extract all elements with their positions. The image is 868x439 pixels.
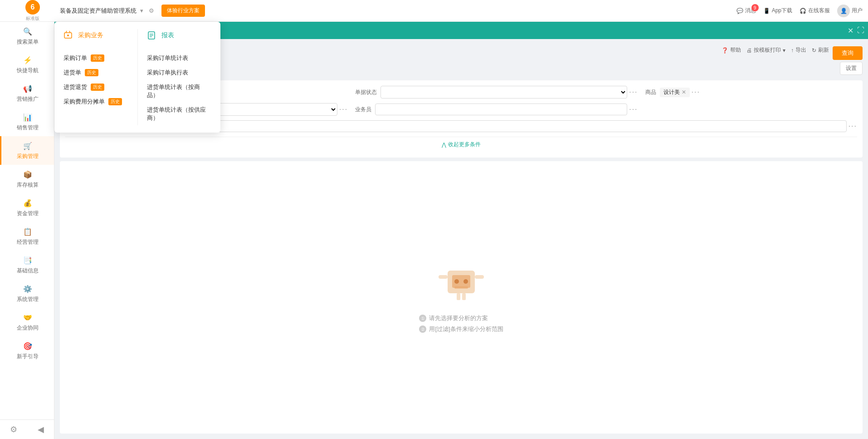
message-badge: 9 — [751, 4, 759, 11]
industry-button[interactable]: 体验行业方案 — [161, 5, 205, 17]
headset-icon: 🎧 — [800, 8, 806, 14]
sidebar-settings-icon[interactable]: ⚙ — [10, 424, 17, 434]
sidebar: 🔍 搜索菜单 ⚡ 快捷导航 📢 营销推广 📊 销售管理 🛒 采购管理 📦 库存核… — [0, 22, 54, 439]
messages-button[interactable]: 💬 消息 9 — [736, 7, 756, 15]
settings-button[interactable]: 设置 — [840, 62, 863, 75]
refresh-button[interactable]: ↻ 刷新 — [812, 46, 829, 54]
hint-num-1: ① — [419, 315, 426, 322]
refresh-icon: ↻ — [812, 47, 816, 54]
sidebar-item-operations[interactable]: 📋 经营管理 — [0, 222, 54, 251]
svg-point-2 — [454, 279, 459, 284]
svg-rect-5 — [457, 293, 460, 300]
sidebar-item-system[interactable]: ⚙️ 系统管理 — [0, 279, 54, 308]
svg-rect-8 — [475, 275, 484, 279]
goods-more-icon[interactable]: ··· — [692, 88, 700, 96]
sidebar-item-quicknav[interactable]: ⚡ 快捷导航 — [0, 50, 54, 79]
sidebar-collapse-icon[interactable]: ◀ — [38, 424, 44, 434]
logo-area: 6 标准版 — [5, 0, 60, 22]
menu-item-purchase-expense[interactable]: 采购费用分摊单 历史 — [62, 94, 130, 109]
purchase-section: 采购业务 采购订单 历史 进货单 历史 进货退货 历史 采购费用分摊单 历史 — [62, 29, 130, 125]
menu-item-receipt[interactable]: 进货单 历史 — [62, 65, 130, 80]
avatar: 👤 — [837, 5, 850, 17]
export-button[interactable]: ↑ 导出 — [791, 46, 806, 54]
svg-point-3 — [463, 279, 468, 284]
sidebar-item-sales[interactable]: 📊 销售管理 — [0, 108, 54, 136]
menu-item-report-0[interactable]: 采购订单统计表 — [145, 51, 214, 65]
purchase-section-title: 采购业务 — [62, 29, 130, 45]
customer-more-icon[interactable]: ··· — [848, 122, 857, 130]
system-icon: ⚙️ — [23, 284, 33, 294]
app-download-button[interactable]: 📱 App下载 — [763, 7, 792, 15]
online-service-button[interactable]: 🎧 在线客服 — [800, 7, 830, 15]
empty-hint-1: ① 请先选择要分析的方案 — [419, 314, 503, 322]
goods-tag-close-icon[interactable]: ✕ — [682, 89, 686, 95]
svg-point-10 — [67, 35, 69, 36]
collapse-button[interactable]: ⋀ 收起更多条件 — [65, 137, 857, 152]
hint-num-2: ② — [419, 326, 426, 333]
doc-status-select[interactable] — [380, 86, 627, 99]
basic-info-icon: 📑 — [23, 255, 33, 265]
empty-hint-2: ② 用[过滤]条件来缩小分析范围 — [419, 325, 503, 333]
menu-item-purchase-order[interactable]: 采购订单 历史 — [62, 51, 130, 65]
tab-expand-icon[interactable]: ⛶ — [857, 26, 864, 35]
menu-item-return[interactable]: 进货退货 历史 — [62, 80, 130, 94]
search-icon: 🔍 — [23, 26, 33, 36]
hist-badge-3: 历史 — [108, 98, 122, 105]
salesman-label: 业务员 — [355, 106, 371, 113]
print-icon: 🖨 — [746, 47, 752, 54]
svg-rect-7 — [439, 275, 448, 279]
tab-close-all-icon[interactable]: ✕ — [848, 26, 853, 35]
enterprise-icon: 🤝 — [23, 312, 33, 322]
gear-icon[interactable]: ⚙ — [149, 7, 154, 14]
goods-filter: 商品 设计美 ✕ ··· — [645, 88, 857, 97]
sidebar-item-search[interactable]: 🔍 搜索菜单 — [0, 22, 54, 50]
hist-badge-2: 历史 — [91, 84, 104, 91]
sidebar-item-finance[interactable]: 💰 资金管理 — [0, 193, 54, 222]
purchase-icon: 🛒 — [23, 141, 33, 151]
sidebar-item-marketing[interactable]: 📢 营销推广 — [0, 79, 54, 108]
purchase-section-icon — [62, 29, 74, 42]
print-template-button[interactable]: 🖨 按模板打印 ▾ — [746, 46, 785, 54]
salesman-input[interactable] — [375, 104, 627, 115]
print-dropdown-icon: ▾ — [783, 47, 785, 54]
hist-badge-1: 历史 — [85, 69, 98, 76]
help-button[interactable]: ❓ 帮助 — [722, 46, 741, 54]
reports-section: 报表 采购订单统计表 采购订单执行表 进货单统计表（按商品） 进货单统计表（按供… — [145, 29, 214, 125]
menu-divider — [137, 29, 138, 125]
help-icon: ❓ — [722, 47, 728, 54]
user-menu-button[interactable]: 👤 用户 — [837, 5, 863, 17]
operations-icon: 📋 — [23, 227, 33, 237]
tab-actions: ✕ ⛶ — [848, 26, 864, 35]
menu-item-report-3[interactable]: 进货单统计表（按供应商） — [145, 103, 214, 125]
phone-icon: 📱 — [763, 8, 770, 14]
inventory-icon: 📦 — [23, 169, 33, 179]
sidebar-item-basic-info[interactable]: 📑 基础信息 — [0, 251, 54, 279]
doc-status-more-icon[interactable]: ··· — [629, 88, 638, 96]
dropdown-arrow-icon[interactable]: ▾ — [140, 7, 143, 14]
query-button[interactable]: 查询 — [833, 46, 863, 60]
salesman-more-icon[interactable]: ··· — [629, 105, 638, 113]
sidebar-item-enterprise[interactable]: 🤝 企业协同 — [0, 308, 54, 336]
sidebar-item-newbie[interactable]: 🎯 新手引导 — [0, 336, 54, 365]
logo-text: 标准版 — [26, 15, 39, 22]
menu-item-report-1[interactable]: 采购订单执行表 — [145, 65, 214, 80]
system-name: 装备及固定资产辅助管理系统 — [60, 7, 137, 15]
rank-more-icon[interactable]: ··· — [339, 105, 348, 113]
quicknav-icon: ⚡ — [23, 55, 33, 65]
sidebar-bottom: ⚙ ◀ — [0, 419, 54, 439]
system-title: 装备及固定资产辅助管理系统 ▾ ⚙ 体验行业方案 — [60, 5, 736, 17]
doc-status-label: 单据状态 — [355, 89, 377, 96]
menu-item-report-2[interactable]: 进货单统计表（按商品） — [145, 80, 214, 103]
logo-icon: 6 — [25, 0, 40, 15]
salesman-filter: 业务员 ··· — [355, 104, 638, 115]
goods-label: 商品 — [645, 89, 656, 96]
sales-icon: 📊 — [23, 112, 33, 122]
export-icon: ↑ — [791, 47, 794, 54]
message-icon: 💬 — [736, 8, 743, 14]
collapse-up-icon: ⋀ — [442, 142, 446, 148]
sidebar-item-purchase[interactable]: 🛒 采购管理 — [0, 136, 54, 165]
header-right: 💬 消息 9 📱 App下载 🎧 在线客服 👤 用户 — [736, 5, 863, 17]
sidebar-item-inventory[interactable]: 📦 库存核算 — [0, 165, 54, 193]
doc-status-filter: 单据状态 ··· — [355, 86, 638, 99]
hist-badge-0: 历史 — [91, 54, 104, 62]
